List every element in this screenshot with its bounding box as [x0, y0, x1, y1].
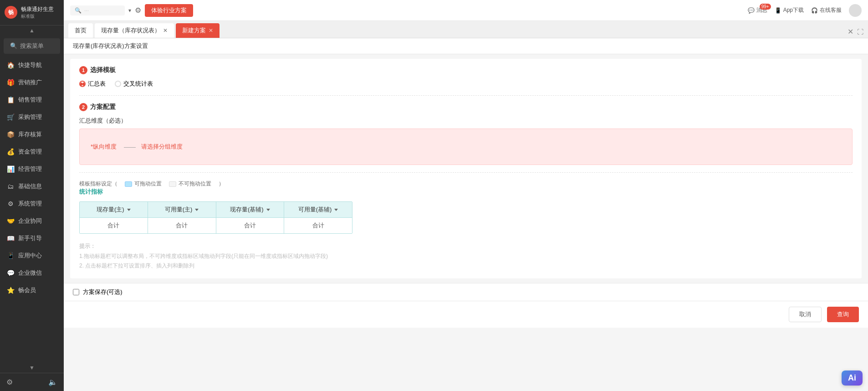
quick-nav-icon: 🏠	[6, 61, 15, 69]
sidebar-item-new-guide[interactable]: 📖新手引导	[0, 230, 64, 247]
legend-movable: 可拖动位置	[125, 180, 162, 188]
sidebar-item-purchase[interactable]: 🛒采购管理	[0, 108, 64, 126]
dim-divider: ——	[124, 144, 136, 150]
step2-title: 2 方案配置	[79, 103, 853, 111]
sidebar-item-operations[interactable]: 📊经营管理	[0, 160, 64, 178]
col-dropdown-icon	[127, 209, 131, 211]
save-checkbox[interactable]	[73, 289, 79, 295]
online-service-button[interactable]: 🎧 在线客服	[811, 6, 842, 14]
sidebar-item-label: 企业协同	[18, 217, 42, 225]
service-label: 在线客服	[820, 6, 842, 14]
stat-table-title: 统计指标	[79, 188, 853, 196]
stat-data-col3: 合计	[216, 218, 285, 233]
tab-home[interactable]: 首页	[68, 23, 93, 38]
step1-title: 1 选择模板	[79, 66, 853, 74]
stat-col-label: 现存量(基辅)	[230, 206, 264, 214]
search-icon: 🔍	[10, 42, 17, 49]
tips-area: 提示： 1.拖动标题栏可以调整布局，不可跨维度或指标区域拖动列字段(只能在同一维…	[79, 242, 853, 271]
sidebar-item-label: 库存核算	[18, 130, 42, 139]
stat-header-col1[interactable]: 现存量(主)	[80, 202, 148, 217]
settings-icon[interactable]: ⚙	[6, 378, 13, 386]
tab-new-close-icon[interactable]: ✕	[209, 27, 213, 34]
enterprise-icon: 🤝	[6, 217, 15, 225]
stat-data-label: 合计	[312, 221, 324, 230]
scroll-up-button[interactable]: ▲	[0, 26, 64, 36]
search-icon: 🔍	[75, 7, 82, 14]
search-menu-label: 搜索菜单	[20, 42, 44, 50]
tab-new-label: 新建方案	[182, 26, 206, 35]
topbar-gear-icon[interactable]: ⚙	[135, 6, 141, 15]
sidebar-item-label: 畅会员	[18, 286, 36, 294]
dim-placeholder: 请选择分组维度	[141, 143, 183, 151]
tab-inventory-status[interactable]: 现存量（库存状况表） ✕	[95, 23, 174, 38]
ai-badge[interactable]: Ai	[842, 370, 863, 386]
sidebar-item-system[interactable]: ⚙系统管理	[0, 195, 64, 212]
sidebar-item-wechat[interactable]: 💬企业微信	[0, 264, 64, 282]
stat-data-label: 合计	[107, 221, 119, 230]
col-dropdown-icon	[195, 209, 199, 211]
stat-header-col4[interactable]: 可用量(基辅)	[284, 202, 352, 217]
sidebar-item-finance[interactable]: 💰资金管理	[0, 143, 64, 160]
topbar-search-area[interactable]: 🔍 ···	[70, 5, 125, 15]
sidebar-item-vip[interactable]: ⭐畅会员	[0, 282, 64, 299]
cancel-button[interactable]: 取消	[789, 307, 822, 322]
window-expand-icon[interactable]: ⛶	[857, 28, 863, 36]
sidebar-item-app-center[interactable]: 📱应用中心	[0, 247, 64, 264]
page-header: 现存量(库存状况表)方案设置	[64, 38, 868, 54]
radio-cross-dot	[115, 81, 121, 87]
sidebar-item-basic-info[interactable]: 🗂基础信息	[0, 178, 64, 195]
sidebar-item-label: 快捷导航	[18, 61, 42, 69]
radio-cross[interactable]: 交叉统计表	[115, 80, 153, 88]
sidebar-item-marketing[interactable]: 🎁营销推广	[0, 74, 64, 91]
indicators-label-suffix: ）	[219, 180, 224, 188]
query-button[interactable]: 查询	[827, 307, 859, 322]
window-close-icon[interactable]: ✕	[848, 27, 853, 36]
brand-info: 畅康通好生意 标准版	[21, 5, 54, 20]
phone-icon: 📱	[775, 7, 781, 14]
system-icon: ⚙	[6, 200, 15, 208]
sidebar-item-label: 企业微信	[18, 269, 42, 277]
operations-icon: 📊	[6, 165, 15, 173]
sidebar-item-label: 基础信息	[18, 182, 42, 190]
trial-button[interactable]: 体验行业方案	[145, 4, 193, 17]
scroll-down-button[interactable]: ▼	[0, 363, 64, 373]
indicators-label-prefix: 模板指标设定（	[79, 180, 117, 188]
sidebar-item-enterprise[interactable]: 🤝企业协同	[0, 212, 64, 230]
save-label: 方案保存(可选)	[83, 288, 123, 296]
speaker-icon[interactable]: 🔈	[48, 378, 57, 386]
tab-inventory-label: 现存量（库存状况表）	[101, 26, 160, 35]
app-download-button[interactable]: 📱 App下载	[775, 6, 804, 14]
radio-summary[interactable]: 汇总表	[79, 80, 106, 88]
sidebar-item-sales[interactable]: 📋销售管理	[0, 91, 64, 108]
app-center-icon: 📱	[6, 252, 15, 260]
dim-area[interactable]: *纵向维度 —— 请选择分组维度	[79, 129, 853, 165]
legend-immovable: 不可拖动位置	[169, 180, 211, 188]
sales-icon: 📋	[6, 96, 15, 104]
stat-data-col2: 合计	[148, 218, 216, 233]
stat-header-row: 现存量(主)可用量(主)现存量(基辅)可用量(基辅)	[80, 202, 352, 217]
user-avatar[interactable]	[849, 4, 862, 17]
sidebar: 畅 畅康通好生意 标准版 ▲ 🔍 搜索菜单 🏠快捷导航🎁营销推广📋销售管理🛒采购…	[0, 0, 64, 391]
stat-data-row: 合计合计合计合计	[80, 217, 352, 233]
wechat-icon: 💬	[6, 269, 15, 277]
purchase-icon: 🛒	[6, 113, 15, 121]
indicators-section: 模板指标设定（ 可拖动位置 不可拖动位置 ） 统计指标 现存量(主)可用量(主)…	[79, 180, 853, 235]
stat-header-col2[interactable]: 可用量(主)	[148, 202, 216, 217]
topbar-dropdown-icon[interactable]: ▾	[128, 7, 131, 14]
message-button[interactable]: 💬 消息 99+	[748, 6, 767, 14]
content-area: 现存量(库存状况表)方案设置 1 选择模板 汇总表 交叉统计表	[64, 38, 868, 391]
search-menu-button[interactable]: 🔍 搜索菜单	[4, 38, 60, 54]
legend-movable-box	[125, 181, 132, 187]
sidebar-item-inventory[interactable]: 📦库存核算	[0, 126, 64, 143]
brand-icon: 畅	[5, 6, 17, 19]
sidebar-item-quick-nav[interactable]: 🏠快捷导航	[0, 57, 64, 74]
tip-item-2: 2. 点击标题栏下拉可设置排序、插入列和删除列	[79, 261, 853, 271]
tab-inventory-close-icon[interactable]: ✕	[163, 27, 168, 34]
topbar-search-text: ···	[84, 7, 89, 14]
stat-header-col3[interactable]: 现存量(基辅)	[216, 202, 285, 217]
dim-required-star: *纵向维度	[91, 143, 117, 151]
tab-new-scheme[interactable]: 新建方案 ✕	[176, 23, 220, 38]
section-separator-1	[79, 95, 853, 96]
radio-cross-label: 交叉统计表	[123, 80, 153, 88]
basic-info-icon: 🗂	[6, 182, 15, 190]
